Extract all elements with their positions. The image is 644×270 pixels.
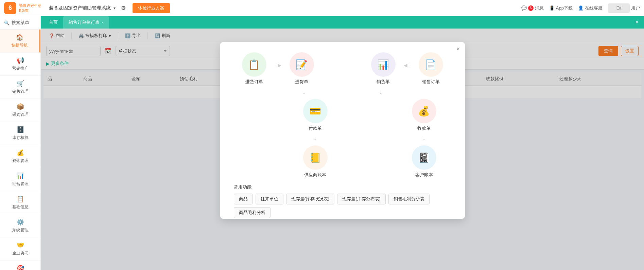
flow-node-customer-ledger[interactable]: 📓 客户账本 [404,145,445,178]
phone-icon: 📱 [549,5,555,11]
sidebar-item-basic-info[interactable]: 📋 基础信息 [0,191,40,214]
top-header: 6 畅康通好生意 E版数 装备及固定资产辅助管理系统 ▾ ⚙ 体验行业方案 💬 … [0,0,644,16]
app-download-item[interactable]: 📱 App下载 [549,5,573,11]
sidebar-item-newbie[interactable]: 🎯 新手引导 [0,260,40,270]
header-right: 💬 6 消息 📱 App下载 👤 在线客服 Ea 用户 [521,3,640,13]
sales-order-label: 销售订单 [422,79,440,85]
finance-icon: 💰 [17,149,24,157]
flow-node-payment-in[interactable]: 💰 收款单 [404,99,445,131]
settings-icon[interactable]: ⚙ [121,5,126,11]
purchase-order-circle: 📋 [242,52,266,77]
tab-sales-order[interactable]: 销售订单执行表 × [63,16,109,29]
func-btn-stock-status[interactable]: 现存量(库存状况表) [286,194,335,204]
online-service-label: 在线客服 [585,5,603,11]
modal-dialog: × 📋 进货订单 [220,42,465,219]
func-btn-product-gross[interactable]: 商品毛利分析 [234,207,271,218]
sidebar-item-finance[interactable]: 💰 资金管理 [0,145,40,168]
func-btn-product[interactable]: 商品 [234,194,253,204]
tab-close-all-button[interactable]: × [633,18,641,27]
content-area: 首页 销售订单执行表 × × ❓ 帮助 🖨️ 按模板打印 ▾ [41,16,644,270]
system-title-area: 装备及固定资产辅助管理系统 ▾ ⚙ 体验行业方案 [45,3,521,13]
system-title: 装备及固定资产辅助管理系统 [49,5,111,11]
tab-bar: 首页 销售订单执行表 × × [41,16,644,29]
sidebar-item-marketing[interactable]: 📢 营销推广 [0,53,40,76]
func-btn-stock-dist[interactable]: 现存量(库存分布表) [337,194,386,204]
sidebar-label-inventory: 库存核算 [12,135,29,141]
logo-text: 畅康通好生意 E版数 [19,3,41,13]
payment-in-icon: 💰 [418,106,430,117]
sales-order-icon: 📄 [425,59,437,70]
modal-close-button[interactable]: × [456,46,460,53]
message-item[interactable]: 💬 6 消息 [521,5,544,11]
sales-icon: 🛒 [17,80,24,87]
modal-body: 📋 进货订单 ▶ [220,42,465,219]
arrow-right-icon-1: ▶ [278,62,281,68]
flow-chart: 📋 进货订单 ▶ [234,52,451,181]
online-service-item[interactable]: 👤 在线客服 [578,5,603,11]
tab-home[interactable]: 首页 [43,16,63,29]
flow-node-payment-out[interactable]: 💳 付款单 [295,99,336,131]
sidebar-label-quick-nav: 快捷导航 [12,42,28,48]
sidebar-item-sales[interactable]: 🛒 销售管理 [0,76,40,99]
supplier-ledger-circle: 📒 [303,145,328,170]
customer-ledger-label: 客户账本 [415,172,433,178]
tab-close-icon[interactable]: × [102,20,104,24]
sidebar: 🔍 搜索菜单 🏠 快捷导航 📢 营销推广 🛒 销售管理 📦 采购管理 🗄️ 库存… [0,16,41,270]
inventory-icon: 🗄️ [17,126,24,133]
search-icon: 🔍 [4,20,10,25]
sidebar-label-purchase: 采购管理 [12,112,29,118]
dashed-line-2 [409,65,409,66]
sidebar-item-purchase[interactable]: 📦 采购管理 [0,99,40,122]
sidebar-label-sales: 销售管理 [12,89,29,94]
sales-order-circle: 📄 [419,52,443,77]
customer-ledger-icon: 📓 [418,152,430,163]
tab-sales-order-label: 销售订单执行表 [69,19,100,25]
avatar: Ea [608,3,630,13]
func-btn-sales-gross[interactable]: 销售毛利分析表 [388,194,430,204]
payment-in-circle: 💰 [412,99,436,123]
flow-node-purchase-receipt[interactable]: 📝 进货单 [281,52,322,85]
purchase-order-icon: 📋 [248,59,260,70]
modal-overlay[interactable]: × 📋 进货订单 [41,29,644,270]
sidebar-label-operations: 经营管理 [12,181,29,187]
func-btn-partner[interactable]: 往来单位 [256,194,283,204]
search-menu[interactable]: 🔍 搜索菜单 [0,16,40,30]
flow-row-2: 💳 付款单 💰 收款单 [234,99,451,131]
payment-out-label: 付款单 [309,125,322,131]
flow-row-arrows: ↓ ↓ [234,88,451,95]
sidebar-item-system[interactable]: ⚙️ 系统管理 [0,214,40,237]
message-icon: 💬 [521,5,527,11]
user-item[interactable]: Ea 用户 [608,3,640,13]
newbie-icon: 🎯 [17,265,24,270]
flow-node-purchase-order[interactable]: 📋 进货订单 [234,52,275,85]
marketing-icon: 📢 [17,57,24,64]
user-label: 用户 [631,5,640,11]
arrow-left-icon-1: ◀ [404,62,407,68]
trial-button[interactable]: 体验行业方案 [133,3,170,13]
service-icon: 👤 [578,5,584,11]
arrow-down-2: ↓ [362,88,400,95]
sidebar-item-operations[interactable]: 📊 经营管理 [0,168,40,191]
sidebar-item-enterprise[interactable]: 🤝 企业协同 [0,237,40,260]
flow-node-sales-goods[interactable]: 📊 销货单 [363,52,404,85]
dashed-line-1 [276,65,276,66]
sidebar-item-inventory[interactable]: 🗄️ 库存核算 [0,122,40,145]
sidebar-label-enterprise: 企业协同 [12,250,29,256]
dropdown-icon[interactable]: ▾ [114,6,116,11]
search-menu-label: 搜索菜单 [12,20,29,26]
sidebar-label-finance: 资金管理 [12,158,29,164]
supplier-ledger-label: 供应商账本 [304,172,326,178]
sidebar-item-quick-nav[interactable]: 🏠 快捷导航 [0,30,40,53]
flow-node-sales-order[interactable]: 📄 销售订单 [411,52,451,85]
basic-info-icon: 📋 [17,195,24,203]
purchase-receipt-label: 进货单 [295,79,308,85]
sales-goods-icon: 📊 [377,59,389,70]
sidebar-label-marketing: 营销推广 [12,66,29,71]
flow-node-supplier-ledger[interactable]: 📒 供应商账本 [295,145,336,178]
arrow-down-4: ↓ [404,135,445,142]
flow-row-arrows-2: ↓ ↓ [234,135,451,142]
payment-out-circle: 💳 [303,99,328,123]
main-layout: 🔍 搜索菜单 🏠 快捷导航 📢 营销推广 🛒 销售管理 📦 采购管理 🗄️ 库存… [0,16,644,270]
tab-home-label: 首页 [49,19,58,25]
logo-area: 6 畅康通好生意 E版数 [4,2,45,14]
